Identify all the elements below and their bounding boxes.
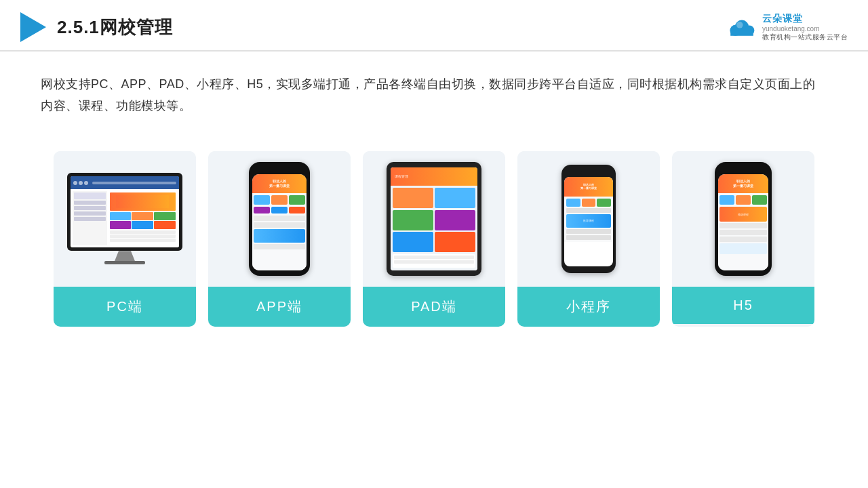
card-mini: 职达人的 第一量习课堂 推荐课程 [517,151,660,327]
card-mini-image: 职达人的 第一量习课堂 推荐课程 [517,151,660,287]
cloud-icon [726,16,758,38]
card-app-label: APP端 [208,287,351,327]
svg-rect-3 [730,30,753,36]
tablet-mockup-icon: 课程管理 [387,162,481,276]
card-pad-label: PAD端 [363,287,505,327]
brand-name: 云朵课堂 [762,13,803,25]
svg-point-4 [736,22,743,28]
description-paragraph: 网校支持PC、APP、PAD、小程序、H5，实现多端打通，产品各终端自由切换，数… [41,73,827,117]
small-phone-icon: 职达人的 第一量习课堂 推荐课程 [561,165,616,273]
header-left: 2.5.1网校管理 [20,12,173,42]
phone-h5-icon: 职达人的 第一量习课堂 精选课程 [715,162,772,276]
card-pad: 课程管理 [363,151,505,327]
header: 2.5.1网校管理 云朵课堂 yunduoketang.com 教育机构一站式服… [0,0,868,52]
brand-logo: 云朵课堂 yunduoketang.com 教育机构一站式服务云平台 [726,13,848,42]
card-mini-label: 小程序 [517,287,660,327]
card-h5-image: 职达人的 第一量习课堂 精选课程 [672,151,814,287]
description-text: 网校支持PC、APP、PAD、小程序、H5，实现多端打通，产品各终端自由切换，数… [0,52,868,131]
page-title: 2.5.1网校管理 [57,16,173,39]
card-h5-label: H5 [672,287,814,324]
brand-subtitle: 教育机构一站式服务云平台 [762,33,848,42]
card-app: 职达人的 第一量习课堂 [208,151,351,327]
logo-triangle-icon [20,12,46,42]
brand-url: yunduoketang.com [762,25,820,33]
header-right: 云朵课堂 yunduoketang.com 教育机构一站式服务云平台 [726,13,848,42]
card-pad-image: 课程管理 [363,151,505,287]
brand-text-block: 云朵课堂 yunduoketang.com 教育机构一站式服务云平台 [762,13,848,42]
pc-monitor-icon [67,173,182,264]
card-h5: 职达人的 第一量习课堂 精选课程 [672,151,814,327]
card-pc-label: PC端 [54,287,196,327]
cards-section: PC端 职达人的 第一量习课堂 [0,138,868,340]
card-pc: PC端 [54,151,196,327]
card-pc-image [54,151,196,287]
phone-mockup-icon: 职达人的 第一量习课堂 [249,162,310,276]
card-app-image: 职达人的 第一量习课堂 [208,151,351,287]
